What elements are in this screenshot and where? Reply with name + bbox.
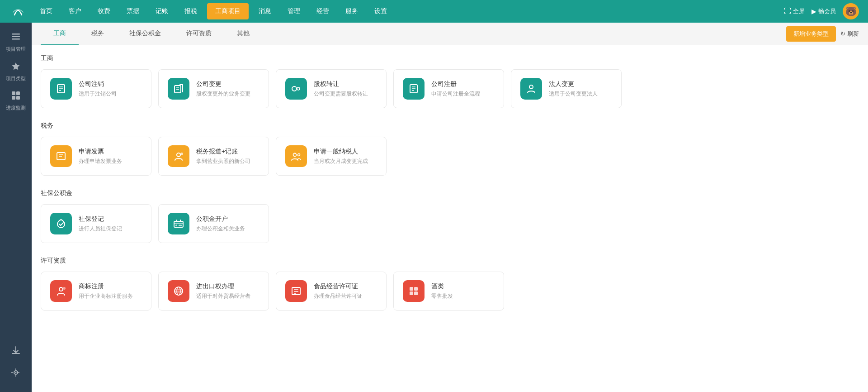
- card-title-invoice-apply: 申请发票: [79, 148, 122, 156]
- vip-button[interactable]: ▶ 畅会员: [811, 7, 836, 15]
- refresh-button[interactable]: ↻ 刷新: [840, 30, 859, 38]
- card-info-trademark: 商标注册 用于企业商标注册服务: [79, 282, 133, 300]
- sidebar-label-project-type: 项目类型: [6, 75, 26, 82]
- refresh-label: 刷新: [847, 30, 859, 38]
- nav-bookkeeping[interactable]: 记账: [147, 0, 176, 23]
- svg-rect-46: [410, 287, 413, 291]
- card-legal-change[interactable]: 法人变更 适用于公司变更法人: [511, 69, 622, 108]
- card-desc-equity-transfer: 公司变更需要股权转让: [314, 90, 368, 98]
- card-info-general-taxpayer: 申请一般纳税人 当月或次月成变更完成: [314, 148, 368, 165]
- card-title-company-change: 公司变更: [196, 80, 250, 88]
- card-icon-general-taxpayer: [285, 145, 307, 167]
- nav-right-area: ⛶ 全屏 ▶ 畅会员 🐻: [784, 3, 868, 19]
- nav-fee[interactable]: 收费: [90, 0, 118, 23]
- logo: [5, 0, 32, 23]
- card-invoice-apply[interactable]: 申请发票 办理申请发票业务: [41, 137, 151, 176]
- card-info-company-register: 公司注册 申请公司注册全流程: [431, 80, 480, 98]
- card-title-company-register: 公司注册: [431, 80, 480, 88]
- svg-rect-32: [174, 221, 183, 227]
- card-desc-trademark: 用于企业商标注册服务: [79, 292, 133, 300]
- nav-home[interactable]: 首页: [32, 0, 61, 23]
- svg-rect-48: [410, 292, 413, 295]
- cards-grid-xuke: 商标注册 用于企业商标注册服务: [41, 272, 859, 311]
- card-company-cancel[interactable]: 公司注销 适用于注销公司: [41, 69, 151, 108]
- card-social-security[interactable]: 社保登记 进行人员社保登记: [41, 204, 151, 243]
- nav-message[interactable]: 消息: [250, 0, 279, 23]
- svg-rect-14: [175, 86, 181, 93]
- svg-rect-34: [179, 225, 182, 226]
- card-title-food-license: 食品经营许可证: [314, 282, 363, 291]
- card-trademark[interactable]: 商标注册 用于企业商标注册服务: [41, 272, 151, 311]
- svg-rect-7: [16, 96, 20, 100]
- scroll-content[interactable]: 工商 公司注销 适用于注销公司: [32, 45, 868, 392]
- card-info-food-license: 食品经营许可证 办理食品经营许可证: [314, 282, 363, 300]
- card-import-export[interactable]: 进出口权办理 适用于对外贸易经营者: [158, 272, 269, 311]
- section-title-shebao: 社保公积金: [41, 189, 859, 197]
- nav-settings[interactable]: 设置: [366, 0, 395, 23]
- main-layout: 项目管理 项目类型 进度监测: [0, 23, 868, 392]
- tab-shuiwu[interactable]: 税务: [79, 23, 117, 45]
- nav-operation[interactable]: 经营: [308, 0, 337, 23]
- card-info-provident-fund: 公积金开户 办理公积金相关业务: [196, 215, 245, 233]
- add-business-type-button[interactable]: 新增业务类型: [786, 26, 836, 42]
- card-title-provident-fund: 公积金开户: [196, 215, 245, 223]
- card-icon-social-security: [50, 213, 72, 234]
- tab-shebao[interactable]: 社保公积金: [117, 23, 174, 45]
- card-icon-equity-transfer: [285, 78, 307, 100]
- card-general-taxpayer[interactable]: 申请一般纳税人 当月或次月成变更完成: [276, 137, 387, 176]
- card-desc-social-security: 进行人员社保登记: [79, 225, 122, 233]
- card-title-trademark: 商标注册: [79, 282, 133, 291]
- section-title-shuiwu: 税务: [41, 122, 859, 130]
- refresh-icon: ↻: [840, 30, 845, 37]
- svg-rect-2: [12, 38, 20, 40]
- fullscreen-button[interactable]: ⛶ 全屏: [784, 7, 805, 15]
- section-title-xuke: 许可资质: [41, 257, 859, 265]
- card-tax-report-bookkeeping[interactable]: 税务报道+记账 拿到营业执照的新公司: [158, 137, 269, 176]
- tab-xuke[interactable]: 许可资质: [174, 23, 224, 45]
- card-info-import-export: 进出口权办理 适用于对外贸易经营者: [196, 282, 250, 300]
- card-provident-fund[interactable]: 公积金开户 办理公积金相关业务: [158, 204, 269, 243]
- card-equity-transfer[interactable]: 股权转让 公司变更需要股权转让: [276, 69, 387, 108]
- card-icon-invoice-apply: [50, 145, 72, 167]
- tab-gongshang[interactable]: 工商: [41, 23, 79, 45]
- svg-point-33: [175, 225, 177, 226]
- svg-point-29: [180, 153, 183, 155]
- svg-rect-5: [16, 91, 20, 95]
- sidebar-item-progress[interactable]: 进度监测: [0, 86, 32, 115]
- card-icon-legal-change: [520, 78, 542, 100]
- cards-grid-shuiwu: 申请发票 办理申请发票业务 税务报道+记账 拿到营业执照的新公: [41, 137, 859, 176]
- card-desc-import-export: 适用于对外贸易经营者: [196, 292, 250, 300]
- content-area: 工商 税务 社保公积金 许可资质 其他 新增业务类型 ↻ 刷新 工商: [32, 23, 868, 392]
- card-info-company-change: 公司变更 股权变更外的业务变更: [196, 80, 250, 98]
- tab-other[interactable]: 其他: [224, 23, 262, 45]
- nav-items: 首页 客户 收费 票据 记账 报税 工商项目 消息 管理 经营 服务 设置: [32, 0, 784, 23]
- card-title-equity-transfer: 股权转让: [314, 80, 368, 88]
- nav-service[interactable]: 服务: [337, 0, 366, 23]
- svg-point-30: [293, 153, 297, 157]
- card-title-import-export: 进出口权办理: [196, 282, 250, 291]
- nav-customer[interactable]: 客户: [61, 0, 90, 23]
- card-title-tax-report-bookkeeping: 税务报道+记账: [196, 148, 250, 156]
- card-company-register[interactable]: 公司注册 申请公司注册全流程: [393, 69, 504, 108]
- card-alcohol[interactable]: 酒类 零售批发: [393, 272, 504, 311]
- svg-rect-0: [12, 33, 20, 35]
- card-icon-company-register: [403, 78, 425, 100]
- card-desc-food-license: 办理食品经营许可证: [314, 292, 363, 300]
- user-avatar[interactable]: 🐻: [843, 3, 859, 19]
- sidebar-item-project-type[interactable]: 项目类型: [0, 57, 32, 86]
- svg-point-18: [297, 87, 300, 90]
- nav-business[interactable]: 工商项目: [207, 3, 249, 19]
- sidebar-item-project-manage[interactable]: 项目管理: [0, 27, 32, 57]
- card-food-license[interactable]: 食品经营许可证 办理食品经营许可证: [276, 272, 387, 311]
- card-info-equity-transfer: 股权转让 公司变更需要股权转让: [314, 80, 368, 98]
- nav-bill[interactable]: 票据: [118, 0, 147, 23]
- sidebar-location-button[interactable]: [0, 363, 32, 383]
- card-title-legal-change: 法人变更: [549, 80, 598, 88]
- tab-bar: 工商 税务 社保公积金 许可资质 其他 新增业务类型 ↻ 刷新: [32, 23, 868, 45]
- nav-tax-report[interactable]: 报税: [176, 0, 205, 23]
- card-company-change[interactable]: 公司变更 股权变更外的业务变更: [158, 69, 269, 108]
- nav-manage[interactable]: 管理: [279, 0, 308, 23]
- card-desc-tax-report-bookkeeping: 拿到营业执照的新公司: [196, 158, 250, 165]
- sidebar-label-progress: 进度监测: [6, 105, 26, 111]
- sidebar-download-button[interactable]: [0, 340, 32, 360]
